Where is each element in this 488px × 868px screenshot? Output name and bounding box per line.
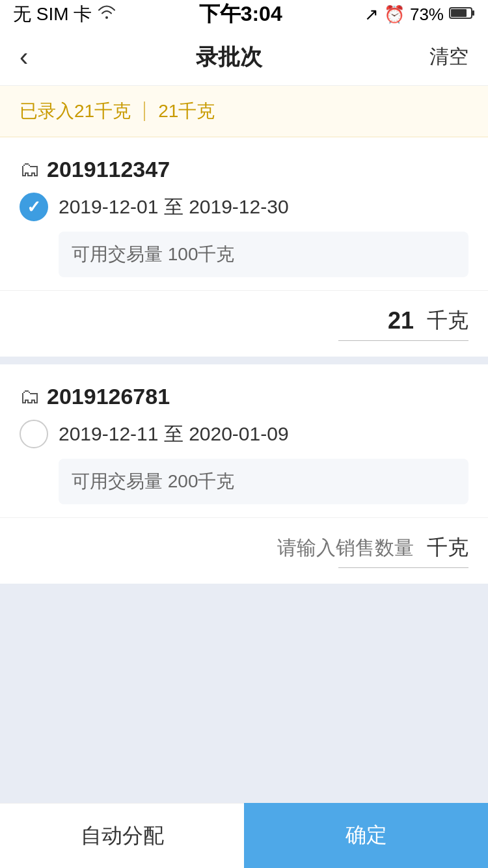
status-right: ↗ ⏰ 73%: [364, 5, 475, 25]
wifi-icon: [97, 4, 116, 25]
confirm-button[interactable]: 确定: [244, 803, 488, 868]
batch-1-amount-value: 21: [388, 307, 414, 334]
svg-rect-2: [472, 10, 474, 16]
batch-1-amount-line: [338, 340, 468, 341]
section-separator-1: [0, 357, 488, 364]
summary-divider: [144, 102, 145, 121]
bottom-bar: 自动分配 确定: [0, 803, 488, 868]
svg-rect-1: [451, 9, 467, 17]
battery-icon: [449, 5, 475, 25]
batch-1-availability: 可用交易量 100千克: [59, 232, 468, 277]
batch-2-icon: 🗂: [20, 385, 40, 409]
batch-1-icon: 🗂: [20, 157, 40, 182]
alarm-icon: ⏰: [384, 5, 405, 25]
page-title: 录批次: [196, 42, 262, 72]
batch-1-unit: 千克: [427, 306, 468, 335]
status-left: 无 SIM 卡: [13, 2, 116, 27]
no-sim-text: 无 SIM 卡: [13, 2, 92, 27]
status-bar: 无 SIM 卡 下午3:04 ↗ ⏰ 73%: [0, 0, 488, 29]
batch-2-amount-line: [338, 567, 468, 568]
batch-1-card: 🗂 2019112347 2019-12-01 至 2019-12-30 可用交…: [0, 137, 488, 357]
batch-2-quantity-input[interactable]: [20, 537, 414, 559]
total-amount: 21千克: [158, 99, 215, 124]
batch-1-amount-section: 21 千克: [0, 290, 488, 357]
batch-2-date: 2019-12-11 至 2020-01-09: [59, 421, 289, 448]
batch-2-id: 2019126781: [47, 384, 170, 409]
nav-bar: ‹ 录批次 清空: [0, 29, 488, 86]
batch-2-checkbox[interactable]: [20, 420, 48, 448]
batch-1-checkbox[interactable]: [20, 193, 48, 221]
batch-1-date-row: 2019-12-01 至 2019-12-30: [20, 193, 468, 221]
batch-1-header: 🗂 2019112347: [20, 157, 468, 182]
location-icon: ↗: [364, 5, 379, 25]
summary-banner: 已录入21千克 21千克: [0, 86, 488, 137]
batch-2-header: 🗂 2019126781: [20, 384, 468, 409]
batch-2-availability: 可用交易量 200千克: [59, 459, 468, 504]
batch-2-date-row: 2019-12-11 至 2020-01-09: [20, 420, 468, 448]
back-button[interactable]: ‹: [20, 42, 28, 72]
battery-text: 73%: [410, 5, 444, 25]
batch-2-input-section: 千克: [0, 517, 488, 584]
batch-2-card: 🗂 2019126781 2019-12-11 至 2020-01-09 可用交…: [0, 364, 488, 584]
batch-2-unit: 千克: [427, 534, 468, 562]
recorded-amount: 已录入21千克: [20, 99, 131, 124]
batch-1-date: 2019-12-01 至 2019-12-30: [59, 194, 289, 221]
batch-1-id: 2019112347: [47, 157, 170, 182]
status-time: 下午3:04: [199, 0, 282, 29]
auto-distribute-button[interactable]: 自动分配: [0, 803, 244, 868]
clear-button[interactable]: 清空: [429, 44, 468, 70]
section-separator-2: [0, 584, 488, 591]
